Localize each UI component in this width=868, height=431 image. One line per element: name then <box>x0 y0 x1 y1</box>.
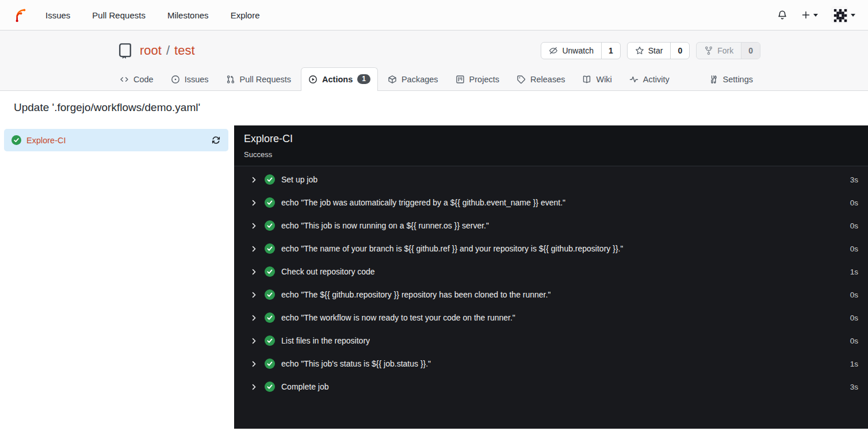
step-duration: 3s <box>850 383 858 391</box>
tab-packages[interactable]: Packages <box>380 68 446 90</box>
code-icon <box>120 75 129 84</box>
navbar-item-explore[interactable]: Explore <box>231 10 260 20</box>
star-icon <box>635 46 644 55</box>
steps-list: Set up job 3s echo "The job was automati… <box>234 166 868 398</box>
step-row[interactable]: Set up job 3s <box>234 168 868 191</box>
package-icon <box>388 75 397 84</box>
step-row[interactable]: echo "The ${{ github.repository }} repos… <box>234 283 868 306</box>
git-fork-icon <box>704 46 713 55</box>
watch-count[interactable]: 1 <box>601 43 620 59</box>
tab-settings[interactable]: Settings <box>702 68 760 90</box>
book-icon <box>582 75 591 84</box>
watch-button-group: Unwatch 1 <box>541 42 620 59</box>
create-new-dropdown[interactable] <box>801 10 818 20</box>
tab-activity[interactable]: Activity <box>622 68 677 90</box>
check-circle-icon <box>265 382 275 392</box>
check-circle-icon <box>265 266 275 277</box>
page-title: Update '.forgejo/workflows/demo.yaml' <box>14 101 868 114</box>
play-circle-icon <box>308 75 318 84</box>
step-row[interactable]: echo "The job was automatically triggere… <box>234 191 868 214</box>
fork-button-group: Fork 0 <box>696 42 760 59</box>
step-row[interactable]: Complete job 3s <box>234 375 868 398</box>
step-duration: 0s <box>850 245 858 253</box>
eye-slash-icon <box>549 46 558 55</box>
chevron-down-icon <box>813 14 818 17</box>
actions-count-badge: 1 <box>357 74 370 84</box>
step-name: echo "This job is now running on a ${{ r… <box>281 221 489 230</box>
chevron-right-icon[interactable] <box>250 222 258 230</box>
plus-icon <box>801 10 810 20</box>
tab-projects[interactable]: Projects <box>448 68 507 90</box>
navbar-links: Issues Pull Requests Milestones Explore <box>45 10 259 20</box>
job-panel-title: Explore-CI <box>244 133 858 145</box>
notifications-bell-icon[interactable] <box>777 10 787 20</box>
step-duration: 0s <box>850 222 858 230</box>
navbar-right <box>777 7 855 23</box>
navbar-item-milestones[interactable]: Milestones <box>167 10 209 20</box>
repo-separator: / <box>166 43 170 58</box>
job-log-panel: Explore-CI Success Set up job 3s <box>234 125 868 429</box>
step-duration: 3s <box>850 176 858 184</box>
chevron-right-icon[interactable] <box>250 199 258 207</box>
chevron-right-icon[interactable] <box>250 291 258 299</box>
rerun-job-icon[interactable] <box>211 135 221 145</box>
step-name: List files in the repository <box>281 336 370 345</box>
step-duration: 1s <box>850 268 858 276</box>
step-name: echo "The name of your branch is ${{ git… <box>281 244 623 253</box>
chevron-right-icon[interactable] <box>250 314 258 322</box>
step-row[interactable]: List files in the repository 0s <box>234 329 868 352</box>
unwatch-button[interactable]: Unwatch <box>541 43 601 59</box>
fork-count[interactable]: 0 <box>741 43 760 59</box>
chevron-right-icon[interactable] <box>250 268 258 276</box>
step-duration: 0s <box>850 199 858 207</box>
jobs-sidebar: Explore-CI <box>0 125 234 429</box>
step-row[interactable]: Check out repository code 1s <box>234 260 868 283</box>
repo-name-link[interactable]: test <box>174 43 194 58</box>
tab-wiki[interactable]: Wiki <box>575 68 619 90</box>
repo-header: root / test Unwatch 1 <box>0 30 868 91</box>
tools-icon <box>709 75 718 84</box>
fork-button[interactable]: Fork <box>697 43 741 59</box>
star-button-group: Star 0 <box>627 42 690 59</box>
tag-icon <box>517 75 526 84</box>
pulse-icon <box>629 75 638 84</box>
forgejo-logo-icon[interactable] <box>13 7 28 23</box>
chevron-right-icon[interactable] <box>250 360 258 368</box>
step-duration: 0s <box>850 291 858 299</box>
tab-releases[interactable]: Releases <box>509 68 572 90</box>
chevron-right-icon[interactable] <box>250 245 258 253</box>
navbar-item-issues[interactable]: Issues <box>45 10 70 20</box>
step-name: Complete job <box>281 382 329 391</box>
chevron-right-icon[interactable] <box>250 176 258 184</box>
step-name: Check out repository code <box>281 267 375 276</box>
step-name: echo "The ${{ github.repository }} repos… <box>281 290 550 299</box>
step-row[interactable]: echo "This job's status is ${{ job.statu… <box>234 352 868 375</box>
step-duration: 1s <box>850 360 858 368</box>
tab-pull-requests[interactable]: Pull Requests <box>219 68 299 90</box>
tab-actions[interactable]: Actions 1 <box>301 67 378 91</box>
star-count[interactable]: 0 <box>670 43 689 59</box>
project-board-icon <box>456 75 465 84</box>
step-row[interactable]: echo "This job is now running on a ${{ r… <box>234 214 868 237</box>
tab-code[interactable]: Code <box>112 68 161 90</box>
star-button[interactable]: Star <box>628 43 671 59</box>
issue-opened-icon <box>171 75 180 84</box>
check-circle-icon <box>265 174 275 185</box>
check-circle-icon <box>265 243 275 254</box>
chevron-right-icon[interactable] <box>250 337 258 345</box>
git-pull-request-icon <box>226 75 235 84</box>
step-row[interactable]: echo "The name of your branch is ${{ git… <box>234 237 868 260</box>
repo-book-icon <box>117 42 134 59</box>
job-list-item[interactable]: Explore-CI <box>4 129 228 151</box>
step-name: echo "The workflow is now ready to test … <box>281 313 515 322</box>
repo-owner-link[interactable]: root <box>140 43 162 58</box>
avatar <box>832 7 848 23</box>
chevron-right-icon[interactable] <box>250 383 258 391</box>
top-navbar: Issues Pull Requests Milestones Explore <box>0 0 868 30</box>
check-circle-icon <box>265 312 275 323</box>
navbar-item-pull-requests[interactable]: Pull Requests <box>92 10 146 20</box>
tab-issues[interactable]: Issues <box>163 68 216 90</box>
step-row[interactable]: echo "The workflow is now ready to test … <box>234 306 868 329</box>
job-panel-header: Explore-CI Success <box>234 125 868 166</box>
user-menu-dropdown[interactable] <box>832 7 855 23</box>
